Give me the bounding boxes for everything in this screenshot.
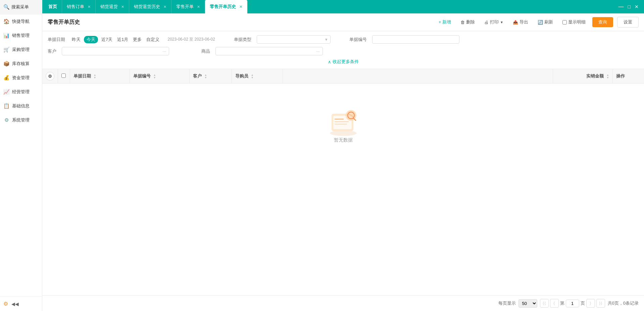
table-wrap: ⚙ 单据日期 ▲▼ 单据编号 ▲▼	[42, 69, 644, 295]
operations-icon: 📈	[3, 89, 9, 95]
last-page-btn[interactable]: ⟩⟩	[596, 299, 605, 308]
refresh-button[interactable]: 🔄 刷新	[535, 18, 556, 27]
table-gear-icon[interactable]: ⚙	[46, 72, 54, 81]
date-1month-btn[interactable]: 近1月	[116, 36, 130, 43]
tab-sales-return[interactable]: 销货退货 ✕	[96, 0, 129, 13]
next-page-btn[interactable]: ⟩	[586, 299, 595, 308]
sidebar-search[interactable]: 🔍 搜索采单	[0, 0, 42, 14]
col-customer-sort-icon: ▲▼	[204, 74, 207, 79]
add-button[interactable]: + 新增	[436, 18, 454, 27]
table-col-spacer	[283, 69, 553, 84]
select-all-checkbox[interactable]	[61, 73, 66, 78]
date-label: 单据日期	[48, 37, 65, 43]
collapse-sidebar-icon[interactable]: ◀◀	[11, 301, 19, 307]
col-amount-sort-icon: ▲▼	[606, 74, 609, 79]
col-action-label: 操作	[616, 73, 625, 79]
page-nav: ⟨⟨ ⟨ 第 1 页 ⟩ ⟩⟩	[540, 299, 605, 308]
inventory-icon: 📦	[3, 61, 9, 67]
settings-bottom-icon[interactable]: ⚙	[3, 301, 8, 307]
sidebar-bottom: ⚙ ◀◀	[0, 296, 42, 311]
tab-retail-open[interactable]: 零售开单 ✕	[171, 0, 205, 13]
col-date-label: 单据日期	[73, 73, 91, 79]
export-button[interactable]: 📤 导出	[510, 18, 531, 27]
toolbar: 零售开单历史 + 新增 🗑 删除 🖨 打印 ▼ 📤 导出	[42, 13, 644, 31]
sidebar-item-sales-mgmt[interactable]: 📊 销售管理	[0, 29, 42, 43]
per-page-select[interactable]: 50 10 20 100	[518, 299, 537, 308]
search-icon: 🔍	[3, 4, 9, 10]
empty-state: 暂无数据	[42, 84, 644, 163]
table-body: 暂无数据	[42, 84, 644, 164]
product-select[interactable]: ···	[215, 47, 323, 55]
collapse-more-btn[interactable]: ∧ 收起更多条件	[328, 59, 359, 65]
tab-retail-open-close[interactable]: ✕	[197, 5, 200, 9]
filter-row-1: 单据日期 昨天 今天 近7天 近1月 更多 自定义 2023-06-02 至 2…	[48, 35, 639, 44]
display-label: 显示明细	[568, 19, 586, 25]
collapse-row: ∧ 收起更多条件	[48, 59, 639, 65]
date-more-btn[interactable]: 更多	[132, 36, 143, 43]
date-7days-btn[interactable]: 近7天	[100, 36, 114, 43]
table-header-row: ⚙ 单据日期 ▲▼ 单据编号 ▲▼	[42, 69, 644, 84]
refresh-icon: 🔄	[538, 20, 543, 25]
table-col-guide[interactable]: 导购员 ▲▼	[232, 69, 283, 84]
doc-no-label: 单据编号	[349, 37, 367, 43]
page-label: 页	[581, 300, 585, 306]
tab-home[interactable]: 首页	[44, 0, 62, 13]
tab-sales-return-history-label: 销货退货历史	[134, 4, 160, 10]
date-yesterday-btn[interactable]: 昨天	[70, 36, 82, 43]
minimize-icon[interactable]: —	[618, 4, 624, 10]
sidebar-item-label: 采购管理	[12, 47, 30, 53]
settings-button[interactable]: 设置	[617, 17, 639, 28]
print-chevron-icon: ▼	[500, 20, 503, 24]
sidebar-item-quick-nav[interactable]: 🏠 快捷导航	[0, 14, 42, 29]
tab-sales-order-close[interactable]: ✕	[88, 5, 91, 9]
doc-no-input[interactable]	[372, 35, 459, 44]
print-icon: 🖨	[484, 20, 489, 25]
sidebar-item-system-mgmt[interactable]: ⚙ 系统管理	[0, 113, 42, 127]
table-col-date[interactable]: 单据日期 ▲▼	[70, 69, 130, 84]
table-head: ⚙ 单据日期 ▲▼ 单据编号 ▲▼	[42, 69, 644, 84]
tab-sales-return-label: 销货退货	[100, 4, 118, 10]
close-window-icon[interactable]: ✕	[635, 4, 639, 9]
display-detail-button[interactable]: 显示明细	[560, 18, 588, 27]
tab-sales-return-history-close[interactable]: ✕	[163, 5, 166, 9]
empty-text: 暂无数据	[334, 137, 353, 143]
tab-sales-order[interactable]: 销售订单 ✕	[62, 0, 96, 13]
first-page-btn[interactable]: ⟨⟨	[540, 299, 549, 308]
quick-nav-icon: 🏠	[3, 18, 9, 24]
doc-type-select[interactable]: ▾	[257, 35, 331, 44]
tab-retail-open-history-close[interactable]: ✕	[239, 5, 242, 9]
sidebar-item-label: 销售管理	[12, 33, 30, 39]
customer-select[interactable]: ···	[62, 47, 169, 55]
maximize-icon[interactable]: □	[628, 4, 631, 9]
table-col-no[interactable]: 单据编号 ▲▼	[130, 69, 190, 84]
sidebar-item-inventory[interactable]: 📦 库存核算	[0, 57, 42, 71]
table-col-amount[interactable]: 实销金额 ▲▼	[553, 69, 612, 84]
date-today-btn[interactable]: 今天	[84, 36, 98, 43]
delete-button[interactable]: 🗑 删除	[458, 18, 478, 27]
sidebar-item-purchase-mgmt[interactable]: 🛒 采购管理	[0, 43, 42, 57]
tab-sales-return-close[interactable]: ✕	[121, 5, 124, 9]
filter-row-2: 客户 ··· 商品 ···	[48, 47, 639, 55]
table-col-customer[interactable]: 客户 ▲▼	[190, 69, 232, 84]
current-page-input[interactable]: 1	[566, 300, 579, 307]
sidebar-item-operations[interactable]: 📈 经营管理	[0, 85, 42, 99]
del-label: 删除	[466, 19, 475, 25]
date-custom-btn[interactable]: 自定义	[145, 36, 161, 43]
tab-sales-return-history[interactable]: 销货退货历史 ✕	[129, 0, 171, 13]
sidebar-item-base-info[interactable]: 📋 基础信息	[0, 99, 42, 113]
tab-retail-open-history[interactable]: 零售开单历史 ✕	[205, 0, 247, 13]
sales-icon: 📊	[3, 33, 9, 39]
add-label: + 新增	[439, 19, 451, 25]
display-detail-checkbox[interactable]	[562, 20, 567, 24]
date-range-display: 2023-06-02 至 2023-06-02	[167, 37, 215, 42]
prev-page-btn[interactable]: ⟨	[550, 299, 559, 308]
query-button[interactable]: 查询	[592, 17, 613, 27]
export-icon: 📤	[513, 20, 518, 25]
print-button[interactable]: 🖨 打印 ▼	[482, 18, 506, 27]
data-table: ⚙ 单据日期 ▲▼ 单据编号 ▲▼	[42, 69, 644, 163]
date-shortcuts: 昨天 今天 近7天 近1月 更多 自定义	[70, 36, 161, 43]
sidebar-item-label: 系统管理	[12, 117, 30, 123]
system-icon: ⚙	[3, 117, 9, 123]
tab-sales-order-label: 销售订单	[67, 4, 84, 10]
sidebar-item-finance[interactable]: 💰 资金管理	[0, 71, 42, 85]
